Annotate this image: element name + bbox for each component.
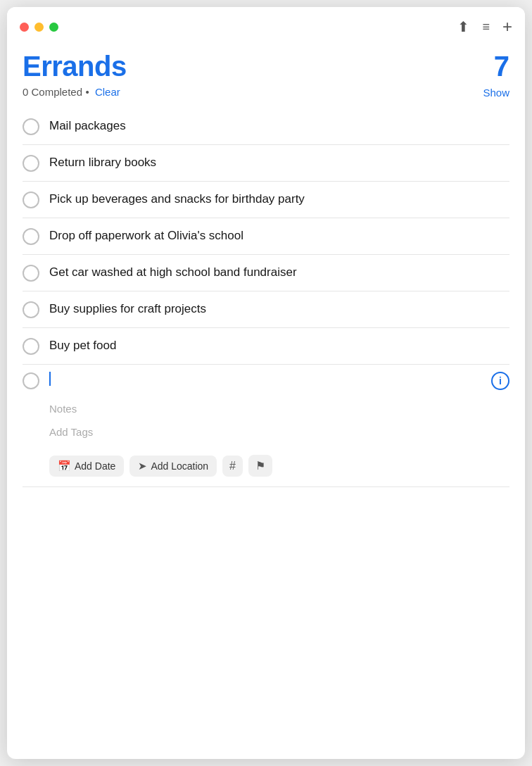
text-cursor bbox=[49, 372, 51, 386]
task-item: Drop off paperwork at Olivia's school bbox=[23, 218, 509, 255]
task-item: Get car washed at high school band fundr… bbox=[23, 255, 509, 291]
task-item: Return library books bbox=[23, 145, 509, 182]
completed-text: 0 Completed bbox=[23, 86, 82, 98]
app-window: ⬆ ≡ + Errands 7 0 Completed • Clear Show… bbox=[7, 7, 525, 759]
task-checkbox-2[interactable] bbox=[23, 155, 39, 172]
traffic-lights bbox=[20, 23, 58, 32]
flag-icon: ⚑ bbox=[255, 459, 265, 472]
new-task-input-area bbox=[49, 372, 481, 386]
task-item: Mail packages bbox=[23, 108, 509, 145]
task-text-1: Mail packages bbox=[49, 118, 126, 134]
task-checkbox-1[interactable] bbox=[23, 118, 39, 135]
header-row: Errands 7 bbox=[23, 51, 509, 82]
task-text-6: Buy supplies for craft projects bbox=[49, 301, 206, 318]
calendar-icon: 📅 bbox=[58, 460, 71, 472]
action-buttons: 📅 Add Date ➤ Add Location # ⚑ bbox=[49, 455, 509, 477]
task-item: Buy pet food bbox=[23, 328, 509, 365]
title-bar: ⬆ ≡ + bbox=[7, 7, 525, 44]
tags-placeholder[interactable]: Add Tags bbox=[49, 426, 509, 438]
list-options-icon[interactable]: ≡ bbox=[482, 20, 490, 34]
flag-button[interactable]: ⚑ bbox=[248, 455, 272, 477]
hashtag-icon: # bbox=[229, 460, 236, 472]
task-item: Buy supplies for craft projects bbox=[23, 291, 509, 328]
task-text-5: Get car washed at high school band fundr… bbox=[49, 264, 297, 281]
list-title: Errands bbox=[23, 51, 127, 82]
add-location-button[interactable]: ➤ Add Location bbox=[129, 456, 217, 477]
task-text-3: Pick up beverages and snacks for birthda… bbox=[49, 191, 305, 208]
close-button[interactable] bbox=[20, 23, 29, 32]
task-item: Pick up beverages and snacks for birthda… bbox=[23, 182, 509, 218]
completed-row: 0 Completed • Clear Show bbox=[23, 86, 509, 104]
add-date-button[interactable]: 📅 Add Date bbox=[49, 456, 124, 477]
task-checkbox-new[interactable] bbox=[23, 372, 39, 389]
content-area: Errands 7 0 Completed • Clear Show Mail … bbox=[7, 44, 525, 759]
maximize-button[interactable] bbox=[49, 23, 58, 32]
task-checkbox-3[interactable] bbox=[23, 192, 39, 208]
task-checkbox-5[interactable] bbox=[23, 265, 39, 282]
notes-placeholder[interactable]: Notes bbox=[49, 403, 509, 415]
task-list: Mail packages Return library books Pick … bbox=[23, 108, 509, 487]
dot-separator: • bbox=[86, 86, 92, 98]
task-count: 7 bbox=[494, 51, 509, 82]
add-location-label: Add Location bbox=[151, 460, 208, 472]
info-icon: i bbox=[499, 375, 502, 387]
task-checkbox-4[interactable] bbox=[23, 228, 39, 245]
task-text-7: Buy pet food bbox=[49, 337, 116, 354]
minimize-button[interactable] bbox=[34, 23, 44, 32]
task-checkbox-7[interactable] bbox=[23, 338, 39, 355]
new-task-top: i bbox=[23, 372, 509, 390]
toolbar: ⬆ ≡ + bbox=[457, 17, 512, 37]
location-icon: ➤ bbox=[138, 460, 147, 472]
hashtag-button[interactable]: # bbox=[222, 456, 243, 477]
show-button[interactable]: Show bbox=[483, 87, 509, 99]
task-text-2: Return library books bbox=[49, 154, 156, 171]
add-item-icon[interactable]: + bbox=[502, 17, 512, 37]
share-icon[interactable]: ⬆ bbox=[457, 18, 469, 35]
add-date-label: Add Date bbox=[75, 460, 115, 472]
clear-button[interactable]: Clear bbox=[95, 86, 120, 98]
task-checkbox-6[interactable] bbox=[23, 301, 39, 318]
info-button[interactable]: i bbox=[491, 372, 509, 390]
task-text-4: Drop off paperwork at Olivia's school bbox=[49, 227, 243, 244]
new-task-item: i Notes Add Tags 📅 Add Date ➤ Add Locati… bbox=[23, 365, 509, 487]
